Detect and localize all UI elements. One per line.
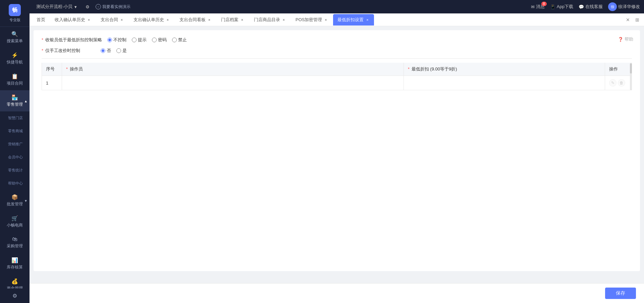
row-edit-btn[interactable]: ✎	[609, 79, 616, 87]
sidebar-menu: 🔍 搜索菜单 ⚡ 快捷导航 📋 项目合同 🏪 零售管理 ▲ 智慧门店 零售商城 …	[0, 27, 30, 289]
sidebar-item-shortcut[interactable]: ⚡ 快捷导航	[0, 48, 30, 69]
policy-option-forbid[interactable]: 禁止	[172, 37, 187, 43]
tab-payment-confirm[interactable]: 支出确认单历史 ×	[129, 14, 174, 26]
manual-option-yes-label: 是	[122, 48, 127, 54]
policy-radio-forbid[interactable]	[172, 38, 177, 42]
policy-option-no-control[interactable]: 不控制	[107, 37, 126, 43]
tabbar: 首页 收入确认单历史 × 支出合同 × 支出确认单历史 × 支出合同看板 × 门…	[30, 13, 644, 26]
sidebar-item-member[interactable]: 会员中心	[0, 151, 30, 164]
tab-store-goods[interactable]: 门店商品目录 ×	[250, 14, 290, 26]
sidebar-item-retail[interactable]: 🏪 零售管理 ▲	[0, 90, 30, 111]
table-scrollbar-thumb[interactable]	[630, 63, 632, 73]
tab-income-history-close[interactable]: ×	[87, 17, 91, 22]
sidebar-item-marketing[interactable]: 营销推广	[0, 138, 30, 151]
topbar-messages[interactable]: ✉ 消息 8	[531, 4, 545, 10]
help-button[interactable]: ❓ 帮助	[618, 36, 633, 42]
topbar-settings[interactable]: ⚙	[84, 3, 92, 11]
tab-min-discount-close[interactable]: ×	[365, 17, 370, 22]
topbar-user[interactable]: 徐 徐泽华修改	[608, 2, 640, 11]
sidebar-item-wholesale[interactable]: 📦 批发管理 ▼	[0, 190, 30, 211]
sidebar-item-search[interactable]: 🔍 搜索菜单	[0, 27, 30, 48]
tab-min-discount[interactable]: 最低折扣设置 ×	[333, 14, 374, 26]
purchase-icon: 🛍	[12, 236, 17, 242]
sidebar-item-smart-store-label: 智慧门店	[8, 115, 23, 120]
sidebar-item-retail-mall[interactable]: 零售商城	[0, 124, 30, 138]
main-area: 测试分开流程-小贝 ▾ ⚙ ○ 我要看实例演示 ✉ 消息 8 📱 App下载 💬…	[30, 0, 644, 303]
sidebar-item-purchase[interactable]: 🛍 采购管理	[0, 232, 30, 253]
tab-pos-password[interactable]: POS加密管理 ×	[291, 14, 332, 26]
sidebar-item-help-label: 帮助中心	[8, 181, 23, 186]
sidebar-item-finance-label: 资金管理	[7, 286, 23, 289]
topbar-online-service-label: 在线客服	[585, 4, 603, 10]
app-download-icon: 📱	[550, 4, 555, 9]
tab-store-archive-label: 门店档案	[221, 17, 238, 23]
tab-pos-password-label: POS加密管理	[296, 17, 322, 23]
th-discount: * 最低折扣 (9.00等于9折)	[404, 63, 605, 76]
tab-more-btn[interactable]: ⊞	[633, 16, 641, 24]
tab-income-history[interactable]: 收入确认单历史 ×	[50, 14, 96, 26]
manual-control-label: * 仅手工改价时控制	[42, 48, 95, 54]
help-label: 帮助	[625, 36, 633, 42]
policy-radio-no-control[interactable]	[107, 38, 112, 42]
manual-radio-yes[interactable]	[116, 48, 121, 53]
form-divider	[42, 58, 632, 59]
td-operator	[62, 76, 404, 90]
policy-option-password-label: 密码	[158, 37, 167, 43]
tab-min-discount-label: 最低折扣设置	[337, 17, 364, 23]
policy-radio-remind[interactable]	[132, 38, 137, 42]
policy-option-remind[interactable]: 提示	[132, 37, 147, 43]
tab-payment-contract[interactable]: 支出合同 ×	[96, 14, 128, 26]
policy-option-remind-label: 提示	[138, 37, 147, 43]
sidebar-item-help[interactable]: 帮助中心	[0, 177, 30, 190]
sidebar: 畅 专业版 🔍 搜索菜单 ⚡ 快捷导航 📋 项目合同 🏪 零售管理 ▲ 智慧门店	[0, 0, 30, 303]
tab-payment-board[interactable]: 支出合同看板 ×	[175, 14, 216, 26]
policy-label: * 收银员低于最低折扣控制策略	[42, 37, 102, 43]
sidebar-item-inventory[interactable]: 📊 库存核算	[0, 253, 30, 274]
topbar-online-service[interactable]: 💬 在线客服	[579, 4, 603, 10]
th-discount-label: 最低折扣 (9.00等于9折)	[412, 66, 457, 71]
policy-option-password[interactable]: 密码	[152, 37, 167, 43]
tab-payment-board-close[interactable]: ×	[207, 17, 212, 22]
topbar-project-selector[interactable]: 测试分开流程-小贝 ▾	[34, 2, 79, 11]
sidebar-item-finance[interactable]: 💰 资金管理	[0, 274, 30, 289]
save-button[interactable]: 保存	[605, 288, 636, 299]
tab-store-goods-close[interactable]: ×	[281, 17, 286, 22]
manual-control-radio-group: 否 是	[101, 48, 127, 54]
page-card: ❓ 帮助 * 收银员低于最低折扣控制策略 不控制 提示	[34, 30, 640, 271]
topbar-app-download[interactable]: 📱 App下载	[550, 4, 573, 10]
manual-option-no-label: 否	[107, 48, 111, 54]
sidebar-item-project-label: 项目合同	[7, 81, 23, 86]
row-delete-btn[interactable]: 🗑	[618, 79, 625, 87]
policy-radio-password[interactable]	[152, 38, 157, 42]
manual-option-yes[interactable]: 是	[116, 48, 127, 54]
tab-payment-confirm-close[interactable]: ×	[165, 17, 170, 22]
manual-option-no[interactable]: 否	[101, 48, 111, 54]
demo-circle-icon: ○	[96, 4, 101, 9]
tab-pos-password-close[interactable]: ×	[323, 17, 328, 22]
sidebar-item-project[interactable]: 📋 项目合同	[0, 69, 30, 90]
row-seq-value: 1	[46, 81, 48, 86]
tab-payment-contract-close[interactable]: ×	[119, 17, 124, 22]
tab-home-label: 首页	[37, 17, 45, 23]
tab-close-all-btn[interactable]: ✕	[624, 16, 632, 24]
footer-bar: 保存	[30, 283, 644, 303]
sidebar-item-retail-stats[interactable]: 零售统计	[0, 164, 30, 177]
tab-store-archive[interactable]: 门店档案 ×	[217, 14, 249, 26]
tab-home[interactable]: 首页	[32, 14, 50, 26]
sidebar-item-smart-store[interactable]: 智慧门店	[0, 111, 30, 124]
tab-store-archive-close[interactable]: ×	[240, 17, 245, 22]
sidebar-item-ecommerce[interactable]: 🛒 小畅电商	[0, 211, 30, 232]
retail-sub-arrow: ▲	[24, 99, 28, 103]
tab-payment-contract-label: 支出合同	[101, 17, 118, 23]
policy-form-row: * 收银员低于最低折扣控制策略 不控制 提示 密码	[42, 37, 632, 43]
topbar-demo[interactable]: ○ 我要看实例演示	[96, 4, 130, 10]
tab-payment-board-label: 支出合同看板	[179, 17, 206, 23]
sidebar-settings-icon[interactable]: ⚙	[8, 289, 21, 303]
th-operator-required: *	[66, 66, 68, 71]
sidebar-item-inventory-label: 库存核算	[7, 264, 23, 270]
td-discount	[404, 76, 605, 90]
tab-store-goods-label: 门店商品目录	[254, 17, 280, 23]
manual-radio-no[interactable]	[101, 48, 105, 53]
topbar-app-download-label: App下载	[557, 4, 573, 10]
th-action-label: 操作	[609, 66, 618, 71]
